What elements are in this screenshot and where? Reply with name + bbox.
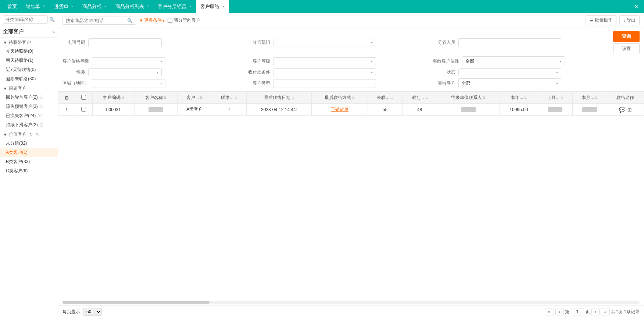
col-uncontacted[interactable]: 未联...⇅	[368, 92, 402, 104]
category-search-input[interactable]	[3, 15, 48, 24]
status-select[interactable]: ▾	[458, 68, 561, 76]
sidebar-item-repurchase-anomaly[interactable]: 回购异常客户(2) ⓘ	[0, 93, 58, 102]
col-this-month[interactable]: 本月...⇅	[572, 92, 607, 104]
group-value-label: 价值客户	[9, 131, 26, 138]
more-filters-btn[interactable]: ▼ 更多条件 ▾	[139, 17, 165, 24]
customer-level-select[interactable]: ▾	[273, 57, 376, 65]
row-checkbox[interactable]	[81, 107, 86, 112]
sidebar-item-churn-warning[interactable]: 流失预警客户(3) ⓘ	[0, 102, 58, 111]
sidebar-item-overdue-contact[interactable]: 逾期未联络(30)	[0, 74, 58, 84]
nav-home[interactable]: 首页	[3, 0, 21, 13]
region-input[interactable]: ···	[92, 79, 165, 88]
nav-tab-sales[interactable]: 销售单 ×	[21, 0, 50, 13]
first-page-button[interactable]: «	[545, 308, 554, 315]
dept-label: 分管部门	[247, 39, 273, 46]
col-contacts-person[interactable]: 往来单位联系人⇅	[437, 92, 500, 104]
grid-action-icon[interactable]: ⊞	[627, 107, 632, 113]
sidebar-group-pending[interactable]: ▼ 待联络客户	[0, 38, 58, 47]
batch-op-button[interactable]: ☰ 批量操作	[586, 15, 616, 25]
col-last-contact-method[interactable]: 最后联络方式⇅	[312, 92, 368, 104]
mine-customers-label[interactable]: 我分管的客户	[168, 17, 200, 24]
sort-contact: ⇅	[234, 96, 237, 100]
nav-tab-customer-contact[interactable]: 客户联络 ×	[196, 0, 229, 13]
nav-tab-purchase[interactable]: 进货单 ×	[50, 0, 78, 13]
col-contact-count[interactable]: 联络...⇅	[212, 92, 246, 104]
dept-select[interactable]: ▾	[273, 39, 376, 46]
search-input[interactable]	[66, 18, 127, 23]
col-this-year[interactable]: 本年...⇅	[500, 92, 538, 104]
column-settings-gear[interactable]: ⚙	[64, 95, 69, 101]
sidebar-all-customers[interactable]: 全部客户 «	[0, 26, 58, 38]
nav-tab-analysis-list[interactable]: 商品分析列表 ×	[111, 0, 154, 13]
retail-attr-select[interactable]: 全部 ▾	[462, 56, 565, 66]
search-box[interactable]: 🔍	[62, 17, 136, 25]
total-records: 共1页 1条记录	[611, 309, 640, 315]
select-all-checkbox[interactable]	[81, 95, 86, 100]
col-check[interactable]	[75, 92, 92, 104]
filter-field-nature: 性质 ▾	[62, 68, 240, 76]
sidebar-item-class-b[interactable]: B类客户(33)	[0, 157, 58, 166]
close-sales-tab[interactable]: ×	[43, 0, 45, 13]
sidebar-item-declining[interactable]: 持续下滑客户(2) ⓘ	[0, 120, 58, 130]
manager-input[interactable]: ···	[458, 38, 561, 47]
sidebar-item-today-pending[interactable]: 今天待联络(0)	[0, 47, 58, 56]
nature-arrow: ▾	[157, 70, 158, 74]
last-page-button[interactable]: »	[601, 308, 610, 315]
col-customer-type[interactable]: 客户...⇅	[177, 92, 212, 104]
close-analysis-tab[interactable]: ×	[104, 0, 107, 13]
nav-tab-analysis[interactable]: 商品分析 ×	[78, 0, 111, 13]
chat-action-icon[interactable]: 💬	[619, 107, 625, 113]
next-page-button[interactable]: ›	[591, 308, 600, 315]
sidebar-group-problem[interactable]: ▼ 问题客户	[0, 84, 58, 93]
contact-method-link[interactable]: 下销货单	[331, 107, 348, 112]
phone-input[interactable]	[88, 38, 162, 47]
settings-button[interactable]: 设置	[613, 43, 640, 54]
close-purchase-tab[interactable]: ×	[71, 0, 74, 13]
filter-field-region: 区域（地区） ···	[62, 79, 240, 88]
search-icon[interactable]: 🔍	[127, 18, 133, 23]
sidebar-item-7day-pending[interactable]: 近7天待联络(0)	[0, 65, 58, 74]
payment-select[interactable]: ▾	[273, 68, 376, 76]
retail-customer-select[interactable]: 全部 ▾	[458, 78, 561, 88]
query-button[interactable]: 查询	[613, 31, 640, 42]
sort-contacts: ⇅	[483, 96, 486, 100]
sidebar-item-ungrouped[interactable]: 未分组(32)	[0, 139, 58, 148]
scrollbar-thumb[interactable]	[62, 301, 210, 304]
value-refresh-icon[interactable]: ↻	[29, 132, 33, 137]
col-overdue[interactable]: 逾期...⇅	[402, 92, 437, 104]
col-code[interactable]: 客户编码⇅	[92, 92, 135, 104]
sort-code: ⇅	[121, 96, 124, 100]
col-gear[interactable]: ⚙	[58, 92, 75, 104]
close-customer-mgmt-tab[interactable]: ×	[189, 0, 192, 13]
sidebar-collapse-icon[interactable]: «	[52, 29, 55, 34]
sidebar-item-class-c[interactable]: C类客户(6)	[0, 166, 58, 176]
col-last-contact-date[interactable]: 最后联络日期⇅	[246, 92, 311, 104]
filter-field-status: 状态 ▾	[433, 68, 610, 76]
page-number-input[interactable]	[571, 308, 584, 315]
sidebar-item-churned[interactable]: 已流失客户(24) ⓘ	[0, 111, 58, 120]
price-level-select[interactable]: ▾	[92, 57, 165, 65]
category-search-icon[interactable]: 🔍	[49, 17, 55, 22]
content-area: 🔍 ▼ 更多条件 ▾ 我分管的客户 ☰ 批量操作 ↓ 导出	[58, 13, 644, 318]
per-page-select[interactable]: 50 100 200	[83, 308, 102, 316]
col-name[interactable]: 客户名称⇅	[135, 92, 178, 104]
close-customer-contact-tab[interactable]: ×	[222, 0, 225, 13]
close-analysis-list-tab[interactable]: ×	[147, 0, 149, 13]
sort-type: ⇅	[200, 96, 203, 100]
prev-page-button[interactable]: ‹	[555, 308, 564, 315]
row-checkbox-cell[interactable]	[75, 104, 92, 116]
col-last-month[interactable]: 上月...⇅	[538, 92, 572, 104]
value-edit-icon[interactable]: ✎	[36, 132, 39, 137]
info-icon-2: ⓘ	[40, 105, 43, 109]
sidebar-item-tomorrow-pending[interactable]: 明天待联络(1)	[0, 56, 58, 65]
nav-tab-customer-mgmt[interactable]: 客户分层经营 ×	[153, 0, 196, 13]
nature-select[interactable]: ▾	[88, 68, 162, 76]
mine-customers-checkbox[interactable]	[168, 18, 172, 23]
sidebar-group-value[interactable]: ▼ 价值客户 ↻ ✎	[0, 130, 58, 139]
window-close-button[interactable]: ×	[632, 3, 641, 10]
batch-icon: ☰	[590, 18, 594, 23]
sidebar-item-class-a[interactable]: A类客户(1)	[0, 148, 58, 157]
customer-type-input[interactable]	[273, 79, 376, 88]
export-button[interactable]: ↓ 导出	[619, 15, 640, 25]
arrow-pending: ▼	[3, 40, 7, 45]
